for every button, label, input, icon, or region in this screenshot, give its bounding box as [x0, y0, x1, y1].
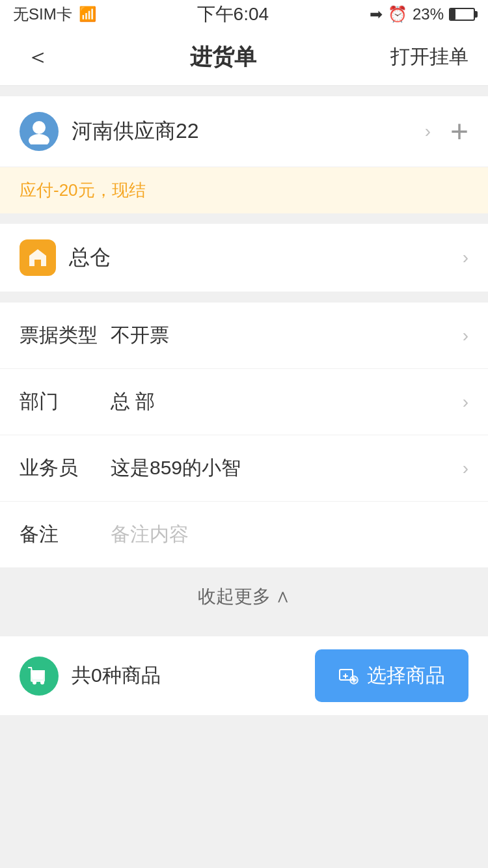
svg-point-4 [33, 681, 36, 685]
invoice-type-value: 不开票 [111, 322, 463, 349]
product-icon [20, 657, 59, 696]
svg-point-0 [33, 121, 46, 134]
collapse-button[interactable]: 收起更多 ∧ [0, 567, 488, 626]
svg-point-1 [29, 134, 49, 144]
department-chevron-icon: › [463, 392, 468, 413]
alarm-icon: ⏰ [388, 5, 407, 23]
separator-1 [0, 86, 488, 96]
select-goods-label: 选择商品 [367, 662, 445, 689]
page-title: 进货单 [190, 42, 256, 72]
person-icon [27, 118, 51, 144]
battery-fill [450, 9, 455, 20]
battery-text: 23% [413, 5, 444, 23]
select-goods-icon [338, 667, 359, 685]
salesperson-label: 业务员 [20, 455, 111, 481]
back-button[interactable]: ＜ [20, 34, 56, 79]
department-row[interactable]: 部门 总 部 › [0, 368, 488, 435]
separator-3 [0, 292, 488, 302]
remark-row[interactable]: 备注 备注内容 [0, 501, 488, 567]
invoice-type-row[interactable]: 票据类型 不开票 › [0, 302, 488, 368]
department-value: 总 部 [111, 388, 463, 415]
notice-text: 应付-20元，现结 [20, 180, 146, 200]
location-icon: ➡ [370, 5, 383, 23]
department-label: 部门 [20, 388, 111, 415]
supplier-name: 河南供应商22 [72, 117, 425, 146]
warehouse-icon [20, 239, 56, 276]
cart-icon [28, 665, 50, 687]
status-left: 无SIM卡 📶 [13, 4, 96, 25]
status-time: 下午6:04 [197, 2, 269, 27]
status-bar: 无SIM卡 📶 下午6:04 ➡ ⏰ 23% [0, 0, 488, 29]
product-count-text: 共0种商品 [72, 662, 315, 689]
salesperson-row[interactable]: 业务员 这是859的小智 › [0, 435, 488, 501]
salesperson-chevron-icon: › [463, 458, 468, 479]
remark-label: 备注 [20, 521, 111, 548]
add-button[interactable]: + [450, 116, 468, 147]
warehouse-row[interactable]: 总仓 › [0, 224, 488, 292]
status-right: ➡ ⏰ 23% [370, 5, 475, 23]
warehouse-name: 总仓 [69, 243, 463, 272]
select-goods-button[interactable]: 选择商品 [315, 649, 468, 702]
house-icon [28, 248, 47, 267]
notice-bar: 应付-20元，现结 [0, 167, 488, 213]
supplier-section: 河南供应商22 › + 应付-20元，现结 [0, 96, 488, 213]
carrier-text: 无SIM卡 [13, 4, 72, 25]
supplier-chevron-icon: › [425, 121, 431, 142]
battery-icon [449, 8, 475, 21]
nav-bar: ＜ 进货单 打开挂单 [0, 29, 488, 86]
invoice-chevron-icon: › [463, 325, 468, 346]
remark-input[interactable]: 备注内容 [111, 521, 468, 548]
product-bar: 共0种商品 选择商品 [0, 636, 488, 715]
open-pending-button[interactable]: 打开挂单 [390, 44, 468, 70]
warehouse-chevron-icon: › [463, 247, 468, 268]
svg-rect-2 [34, 260, 41, 266]
invoice-type-label: 票据类型 [20, 322, 111, 349]
supplier-avatar [20, 112, 59, 151]
svg-point-5 [40, 681, 44, 685]
wifi-icon: 📶 [79, 6, 96, 23]
salesperson-value: 这是859的小智 [111, 455, 463, 481]
form-section: 票据类型 不开票 › 部门 总 部 › 业务员 这是859的小智 › 备注 备注… [0, 302, 488, 567]
supplier-row[interactable]: 河南供应商22 › + [0, 96, 488, 167]
separator-2 [0, 213, 488, 224]
